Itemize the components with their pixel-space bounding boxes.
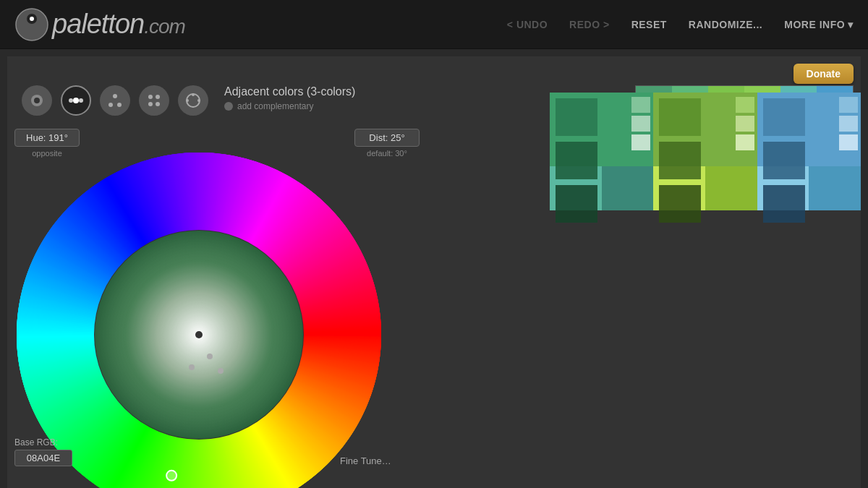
palette-title: Adjacent colors (3-colors) [224, 85, 355, 98]
base-rgb-area: Base RGB: [14, 437, 72, 466]
svg-point-6 [69, 98, 73, 103]
corner-swatch-2a [736, 97, 754, 113]
triad-mode-icon[interactable] [100, 85, 130, 116]
donate-button[interactable]: Donate [793, 64, 854, 84]
nav-area: < UNDO REDO > RESET RANDOMIZE... MORE IN… [507, 19, 854, 30]
mono-mode-icon[interactable] [22, 85, 52, 116]
corner-swatch-1b [631, 116, 650, 132]
svg-point-9 [109, 103, 113, 107]
svg-point-10 [117, 103, 122, 107]
header: paletton.com < UNDO REDO > RESET RANDOMI… [0, 0, 868, 49]
swatches-grid [550, 93, 861, 447]
svg-point-18 [186, 99, 189, 102]
randomize-button[interactable]: RANDOMIZE... [689, 19, 762, 30]
hue-input[interactable] [14, 129, 80, 147]
logo-icon [14, 7, 49, 42]
base-rgb-input[interactable] [14, 450, 72, 466]
custom-mode-icon[interactable] [178, 85, 208, 116]
sub-swatch-2b[interactable] [705, 166, 757, 210]
palette-title-area: Adjacent colors (3-colors) add complemen… [224, 85, 355, 111]
corner-swatch-3a [839, 97, 858, 113]
inner-swatch-1c [556, 185, 597, 223]
inner-swatch-2b [659, 142, 701, 179]
color-column-2 [653, 93, 757, 210]
svg-point-5 [73, 98, 79, 103]
logo-text: paletton.com [52, 9, 185, 40]
sub-swatch-3b[interactable] [809, 166, 861, 210]
inner-swatch-2a [659, 98, 701, 136]
base-rgb-label: Base RGB: [14, 437, 72, 448]
main-swatch-3[interactable] [757, 93, 861, 166]
corner-swatch-2c [736, 134, 754, 150]
inner-swatch-3b [763, 142, 805, 179]
dist-input[interactable] [354, 129, 420, 147]
inner-swatch-1a [556, 98, 597, 136]
inner-swatch-1b [556, 142, 597, 179]
corner-swatch-3c [839, 134, 858, 150]
redo-button[interactable]: REDO > [569, 19, 610, 30]
svg-point-12 [156, 95, 160, 99]
reset-button[interactable]: RESET [631, 19, 667, 30]
svg-point-13 [148, 102, 153, 106]
svg-point-8 [113, 94, 117, 98]
svg-point-14 [156, 102, 160, 106]
svg-point-11 [148, 95, 153, 99]
svg-point-2 [30, 17, 34, 21]
svg-point-0 [16, 9, 48, 40]
complementary-toggle[interactable] [224, 102, 233, 111]
fine-tune-button[interactable]: Fine Tune [340, 455, 391, 466]
corner-swatch-1a [631, 97, 650, 113]
color-column-3 [757, 93, 861, 210]
corner-swatch-1c [631, 134, 650, 150]
adjacent-mode-icon[interactable] [61, 85, 91, 116]
corner-swatch-3b [839, 116, 858, 132]
complementary-label[interactable]: add complementary [237, 101, 313, 111]
main-swatch-1[interactable] [550, 93, 653, 166]
svg-point-17 [197, 99, 200, 102]
undo-button[interactable]: < UNDO [507, 19, 548, 30]
svg-point-16 [192, 93, 195, 96]
more-info-button[interactable]: MORE INFO [784, 19, 854, 30]
swatches-panel [550, 93, 861, 468]
main-content: Donate [7, 56, 861, 488]
inner-swatch-2c [659, 185, 701, 223]
sub-swatch-1b[interactable] [602, 166, 654, 210]
tetrad-mode-icon[interactable] [139, 85, 169, 116]
complementary-row: add complementary [224, 101, 355, 111]
inner-swatch-3a [763, 98, 805, 136]
svg-point-4 [34, 98, 40, 103]
inner-swatch-3c [763, 185, 805, 223]
color-column-1 [550, 93, 653, 210]
corner-swatch-2b [736, 116, 754, 132]
main-swatch-2[interactable] [653, 93, 757, 166]
logo-area: paletton.com [14, 7, 507, 42]
svg-point-7 [79, 98, 83, 103]
